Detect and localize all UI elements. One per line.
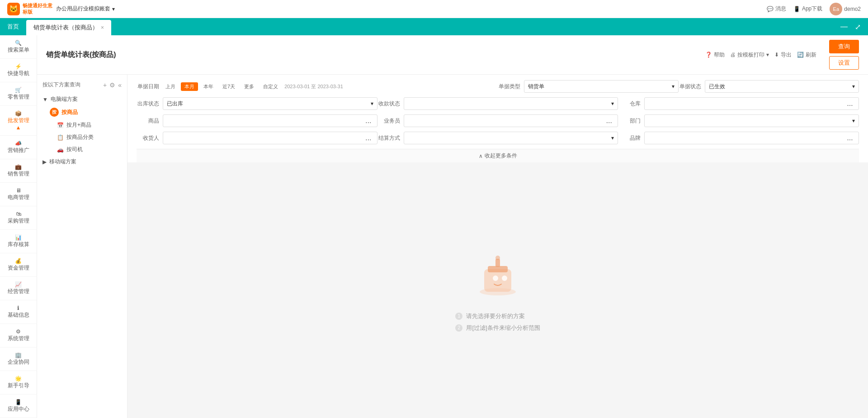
tree-mobile-parent[interactable]: ▶ 移动端方案 [37, 156, 127, 168]
sidebar-item-finance[interactable]: 💰 资金管理 [0, 253, 37, 277]
tab-bar: 首页 销货单统计表（按商品） × — ⤢ [0, 18, 868, 35]
sidebar-item-label: 经营管理 [2, 288, 35, 295]
sidebar-item-operations[interactable]: 📈 经营管理 [0, 277, 37, 300]
tree-sub-month-goods[interactable]: 📅 按月+商品 [37, 119, 127, 131]
quick-nav-icon: ⚡ [2, 63, 35, 70]
tab-minimize-icon[interactable]: — [837, 23, 851, 31]
tab-active[interactable]: 销货单统计表（按商品） × [26, 20, 111, 35]
query-button[interactable]: 查询 [829, 40, 859, 53]
filter-outstatus-field: 出库状态 已出库 ▾ [137, 97, 377, 110]
filter-doctype-field: 单据类型 销货单 ▾ [498, 80, 679, 93]
sidebar-item-inventory[interactable]: 📊 库存核算 [0, 230, 37, 253]
filter-goods-select[interactable]: … [163, 114, 377, 127]
tree-sub-driver[interactable]: 🚗 按司机 [37, 143, 127, 156]
sidebar-item-quick-nav[interactable]: ⚡ 快捷导航 [0, 59, 37, 82]
header-right: 💬 消息 📱 App下载 Ea demo2 [767, 3, 861, 15]
sidebar-item-marketing[interactable]: 📣 营销推广 [0, 136, 37, 159]
app-download-btn[interactable]: 📱 App下载 [793, 5, 822, 13]
tree-sub-category[interactable]: 📋 按商品分类 [37, 131, 127, 143]
filter-doctype-value: 销货单 [528, 83, 544, 90]
enterprise-icon: 🏢 [2, 352, 35, 358]
system-icon: ⚙ [2, 328, 35, 335]
sidebar-item-wholesale[interactable]: 📦 批发管理 ▲ [0, 106, 37, 136]
filter-docstatus-select[interactable]: 已生效 ▾ [705, 80, 859, 93]
sidebar-item-label: 采购管理 [2, 217, 35, 225]
help-btn[interactable]: ❓ 帮助 [705, 51, 725, 59]
salesman-dots-btn[interactable]: … [604, 117, 614, 124]
filter-brand-select[interactable]: … [644, 132, 859, 144]
tree-child-label: 按商品 [61, 109, 78, 116]
filter-date-field: 单据日期 上月 本月 本年 近7天 更多 自定义 2023-03-01 至 20… [137, 82, 498, 91]
empty-tip-1: 1 请先选择要分析的方案 [455, 312, 540, 320]
filter-salesman-select[interactable]: … [404, 114, 618, 127]
add-scheme-btn[interactable]: + [103, 81, 107, 89]
sidebar-item-label: 基础信息 [2, 311, 35, 319]
finance-icon: 💰 [2, 258, 35, 264]
message-btn[interactable]: 💬 消息 [767, 5, 786, 13]
tree-desktop-label: 电脑端方案 [51, 95, 78, 103]
marketing-icon: 📣 [2, 140, 35, 147]
print-label: 按模板打印 [737, 51, 764, 59]
filter-doctype-select[interactable]: 销货单 ▾ [524, 80, 679, 93]
sidebar-item-purchase[interactable]: 🛍 采购管理 [0, 206, 37, 230]
filter-row-2: 出库状态 已出库 ▾ 收款状态 ▾ [137, 97, 859, 110]
user-profile[interactable]: Ea demo2 [830, 3, 861, 15]
sidebar-item-label: 批发管理 [2, 117, 35, 124]
sidebar-item-label: 营销推广 [2, 147, 35, 154]
date-last7-btn[interactable]: 近7天 [219, 82, 239, 91]
wholesale-icon: 📦 [2, 110, 35, 117]
filter-settle-select[interactable]: ▾ [404, 132, 618, 144]
export-btn[interactable]: ⬇ 导出 [774, 51, 792, 59]
filter-date-label: 单据日期 [137, 83, 159, 90]
message-icon: 💬 [767, 6, 774, 12]
sidebar-item-label: 系统管理 [2, 335, 35, 342]
sidebar-item-retail[interactable]: 🛒 零售管理 [0, 82, 37, 106]
collapse-bar[interactable]: ∧ 收起更多条件 [137, 149, 859, 162]
sidebar-item-system[interactable]: ⚙ 系统管理 [0, 324, 37, 347]
search-menu-icon: 🔍 [2, 40, 35, 46]
sidebar-item-sales[interactable]: 💼 销售管理 [0, 159, 37, 183]
sidebar-item-basic-info[interactable]: ℹ 基础信息 [0, 300, 37, 324]
tab-maximize-icon[interactable]: ⤢ [851, 23, 864, 31]
help-label: 帮助 [714, 51, 725, 59]
refresh-label: 刷新 [806, 51, 816, 59]
collapse-panel-btn[interactable]: « [118, 81, 122, 89]
sidebar-item-enterprise[interactable]: 🏢 企业协同 [0, 347, 37, 371]
date-more-btn[interactable]: 更多 [241, 82, 258, 91]
sidebar-item-guide[interactable]: 🌟 新手引导 [0, 371, 37, 394]
content-area: 销货单统计表(按商品) ❓ 帮助 🖨 按模板打印 ▾ ⬇ 导出 🔄 刷新 [37, 35, 868, 418]
tree-child-goods[interactable]: 按 按商品 [37, 105, 127, 119]
filter-dept-select[interactable]: ▾ [644, 114, 859, 127]
sidebar-item-ecommerce[interactable]: 🖥 电商管理 [0, 183, 37, 206]
filter-brand-field: 品牌 … [618, 132, 859, 144]
filter-receiver-select[interactable]: … [163, 132, 377, 144]
goods-dots-btn[interactable]: … [363, 117, 373, 124]
sidebar-item-label: 零售管理 [2, 93, 35, 101]
tab-close-icon[interactable]: × [101, 24, 104, 31]
export-icon: ⬇ [774, 52, 779, 58]
brand-dots-btn[interactable]: … [845, 134, 855, 142]
sidebar-item-search-menu[interactable]: 🔍 搜索菜单 [0, 35, 37, 59]
filter-collectstatus-label: 收款状态 [377, 100, 400, 108]
date-last-month-btn[interactable]: 上月 [162, 82, 179, 91]
filter-outstatus-select[interactable]: 已出库 ▾ [163, 97, 377, 110]
receiver-dots-btn[interactable]: … [363, 134, 373, 142]
basic-info-icon: ℹ [2, 305, 35, 311]
date-this-year-btn[interactable]: 本年 [200, 82, 217, 91]
date-this-month-btn[interactable]: 本月 [181, 82, 198, 91]
date-custom-btn[interactable]: 自定义 [259, 82, 282, 91]
tree-desktop-parent[interactable]: ▼ 电脑端方案 [37, 93, 127, 105]
filter-collectstatus-select[interactable]: ▾ [404, 97, 618, 110]
refresh-btn[interactable]: 🔄 刷新 [797, 51, 816, 59]
tab-home[interactable]: 首页 [0, 18, 26, 35]
sidebar-item-app-center[interactable]: 📱 应用中心 [0, 394, 37, 418]
top-header: 🐱 畅捷通好生意 标版 办公用品行业模拟账套 ▾ 💬 消息 📱 App下载 Ea… [0, 0, 868, 18]
print-btn[interactable]: 🖨 按模板打印 ▾ [730, 51, 769, 59]
workspace-dropdown[interactable]: 办公用品行业模拟账套 ▾ [56, 5, 115, 13]
warehouse-dots-btn[interactable]: … [845, 100, 855, 107]
empty-tips: 1 请先选择要分析的方案 2 用[过滤]条件来缩小分析范围 [455, 312, 540, 332]
settings-button[interactable]: 设置 [829, 56, 859, 70]
help-icon: ❓ [705, 52, 712, 58]
filter-warehouse-select[interactable]: … [644, 97, 859, 110]
settings-scheme-btn[interactable]: ⚙ [109, 81, 115, 89]
